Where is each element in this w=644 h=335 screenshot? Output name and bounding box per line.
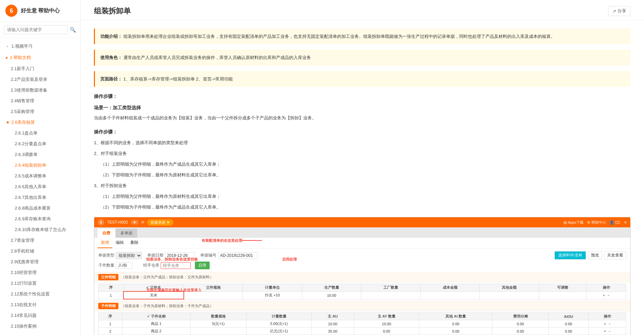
nav-sub-item-2-6-8[interactable]: 2.6.8商品成本重算 (0, 203, 80, 214)
field-date: 单据日期 (147, 252, 195, 259)
nav-group-label-1: 1.视频学习 (11, 43, 33, 49)
screenshot-container: 6 TEST-H002 ▼ ⟳ 新建单据 ▼ ▤ Apps下载 ⚙ 帮助中心 👤… (94, 217, 631, 335)
info-label-2: 使用角色： (100, 55, 122, 60)
tab-zifei[interactable]: 自费 (98, 229, 115, 238)
nav-sub-item-2-3[interactable]: 2.3使用前数据准备 (0, 85, 80, 96)
page-title: 组装拆卸单 (94, 6, 131, 16)
info-text-2: 通常由生产人员或库管人员完成拆装业务的操作，库管人员确认原材料的出库和产成品的入… (123, 55, 311, 60)
cell-unit: 扑克 +10 (243, 291, 302, 299)
search-box[interactable]: 🔍 (0, 22, 80, 38)
nav-sub-item-2-5[interactable]: 2.5采购管理 (0, 106, 80, 117)
type-label: 单据类型 (98, 253, 114, 258)
cell-ops-p: ＋ － (587, 291, 626, 299)
logo-area: 6 好生意 帮助中心 (0, 0, 80, 22)
step-2-1: （1）上部明细为父件明细，最终作为产成品生成其它入库单； (94, 160, 631, 169)
win-apps: ▤ Apps下载 (564, 220, 584, 225)
ch-col-spec: 数量规格 (190, 313, 247, 320)
related-btn[interactable]: 关发查看 (604, 251, 626, 260)
search-button[interactable]: 🔍 (70, 27, 76, 33)
preview-btn[interactable]: 预览 (588, 251, 602, 260)
col-prod-qty: 生产数量 (302, 284, 361, 292)
nav-sub-item-2-10[interactable]: 2.10经营管理 (0, 267, 80, 278)
num-input[interactable] (218, 252, 258, 259)
col-factory-qty: 工厂数量 (361, 284, 420, 292)
nav-sub-item-2-6-4[interactable]: 2.6.4组装拆卸单 (0, 160, 80, 171)
form-row-1: 单据类型 组装拆卸 单据日期 单据编号 (98, 251, 626, 260)
col-seq: 序 (99, 284, 123, 292)
parent-row-1: 1 关米 扑克 +10 10.00 ＋ － (99, 291, 626, 299)
date-input[interactable] (165, 252, 195, 259)
nav-sub-item-2-11[interactable]: 2.11打印设置 (0, 278, 80, 289)
nav-sub-item-2-4[interactable]: 2.4销售管理 (0, 96, 80, 106)
nav-sub-item-2-12[interactable]: 2.12系统个性化设置 (0, 289, 80, 299)
sidebar: 6 好生意 帮助中心 🔍 ＋ 1.视频学习 ● 2.帮助文档 2.1新手入门 (0, 0, 80, 335)
new-bill-btn[interactable]: 新建单据 ▼ (147, 219, 173, 226)
warehouse-input[interactable] (161, 262, 191, 269)
ch-col-aiou: AIOU (548, 313, 588, 320)
ch-col-ops: 操作 (589, 313, 626, 320)
win-status: ▼ (131, 220, 139, 225)
nav-group-2: ● 2.帮助文档 2.1新手入门 2.2产品安装及登录 2.3使用前数据准备 2… (0, 52, 80, 332)
scenario-desc: 当由多个子件材料组装成一个成品的业务为【组装】业务，当由一个父件拆分成多个子产品… (94, 114, 631, 122)
logo-text: 好生意 帮助中心 (21, 7, 60, 14)
win-close[interactable]: ✕ (624, 220, 627, 225)
expand-icon-2: ● (5, 55, 8, 60)
cell-parent-name: 关米 (123, 291, 184, 299)
share-button[interactable]: ↗ 分享 (608, 6, 631, 16)
nav-sub-item-2-15[interactable]: 2.15操作案例 (0, 321, 80, 332)
date-label: 单据日期 (147, 253, 163, 258)
menu-item-add[interactable]: 新增 (98, 238, 112, 248)
cell-factory-qty (361, 291, 420, 299)
nav-sub-item-2-6-9[interactable]: 2.6.9库存账本查询 (0, 214, 80, 224)
ch-col-au: 主 AU (312, 313, 354, 320)
row-add-icon[interactable]: ＋ (602, 293, 606, 297)
parts-input[interactable] (116, 262, 132, 269)
menu-item-delete[interactable]: 删除 (127, 238, 142, 248)
field-enterprise: 经手仓库 (143, 262, 191, 269)
nav-sub-item-2-13[interactable]: 2.13在线支付 (0, 299, 80, 310)
screenshot-tabs: 自费 多单据 (94, 227, 630, 238)
nav-sub-item-2-14[interactable]: 2.14常见问题 (0, 310, 80, 321)
search-input[interactable] (4, 25, 68, 34)
nav-sub-item-2-6-10[interactable]: 2.6.10库存账本错了怎么办 (0, 224, 80, 235)
nav-sub-item-2-6-2[interactable]: 2.6.2分量盘点单 (0, 138, 80, 149)
col-unit: 计量单位 (243, 284, 302, 292)
nav-sub-item-2-2[interactable]: 2.2产品安装及登录 (0, 74, 80, 85)
nav-group-title-1[interactable]: ＋ 1.视频学习 (0, 41, 80, 52)
info-block-intro: 功能介绍： 组装拆卸单用来处理企业组装或拆卸等加工业务，支持有固定装配清单的产品… (94, 29, 631, 44)
row-del-icon[interactable]: － (607, 293, 610, 297)
nav-sub-item-2-6-7[interactable]: 2.6.7其他出库单 (0, 192, 80, 203)
menu-item-edit[interactable]: 编辑 (112, 238, 127, 248)
col-other-amt: 其他金额 (480, 284, 539, 292)
active-dot (7, 121, 9, 123)
enable-btn[interactable]: 启用 (195, 262, 210, 269)
child-row-1: 1 商品 1 5(元+1) 5.00(元+1) 10.00 10.00 0.00… (99, 320, 626, 328)
nav-sub-item-2-9[interactable]: 2.9优惠券管理 (0, 257, 80, 267)
tab-duodanju[interactable]: 多单据 (116, 229, 137, 238)
parent-grid: 序 ✓ 父件名 父件规格 计量单位 生产数量 工厂数量 成本金额 其他金额 可调… (94, 282, 630, 301)
cell-adj (539, 291, 586, 299)
nav-sub-item-2-6-6[interactable]: 2.6.6其他入库单 (0, 181, 80, 192)
field-type: 单据类型 组装拆卸 (98, 252, 142, 259)
nav-group-title-2[interactable]: ● 2.帮助文档 (0, 52, 80, 63)
ch-col-ai: 其他 AI 数量 (419, 313, 492, 320)
info-block-role: 使用角色： 通常由生产人员或库管人员完成拆装业务的操作，库管人员确认原材料的出库… (94, 50, 631, 65)
select-bom-btn[interactable]: 选择料件清单 (554, 251, 586, 260)
nav-sub-item-2-6-1[interactable]: 2.6.1盘点单 (0, 128, 80, 138)
nav-sub-item-2-1[interactable]: 2.1新手入门 (0, 63, 80, 74)
win-refresh: ⟳ (141, 220, 145, 225)
child-section-label: 子件明细 (98, 303, 118, 309)
nav-sub-item-2-7[interactable]: 2.7资金管理 (0, 235, 80, 246)
parent-section-label: 父件明细 (98, 274, 118, 280)
nav-sub-item-2-6-3[interactable]: 2.6.3调拨单 (0, 149, 80, 160)
nav-sub-item-2-8[interactable]: 2.8手机旺铺 (0, 246, 80, 257)
col-parent-name: ✓ 父件名 (123, 284, 184, 292)
nav-sub-item-2-6-5[interactable]: 2.6.5成本调整单 (0, 171, 80, 181)
screenshot-win-bar: 6 TEST-H002 ▼ ⟳ 新建单据 ▼ ▤ Apps下载 ⚙ 帮助中心 👤… (94, 217, 630, 227)
form-row-2: 子件数量 经手仓库 启用 (98, 262, 626, 269)
nav-sub-group-title-2-6[interactable]: 2.6库存核算 (0, 117, 80, 128)
type-select[interactable]: 组装拆卸 (116, 252, 142, 259)
nav-sub-group-2-6: 2.6库存核算 2.6.1盘点单 2.6.2分量盘点单 2.6.3调拨单 (0, 117, 80, 235)
logo-icon: 6 (5, 5, 17, 17)
info-block-path: 页面路径： 1、库存核算->库存管理->组装拆卸单 2、首页->常用功能 (94, 71, 631, 87)
